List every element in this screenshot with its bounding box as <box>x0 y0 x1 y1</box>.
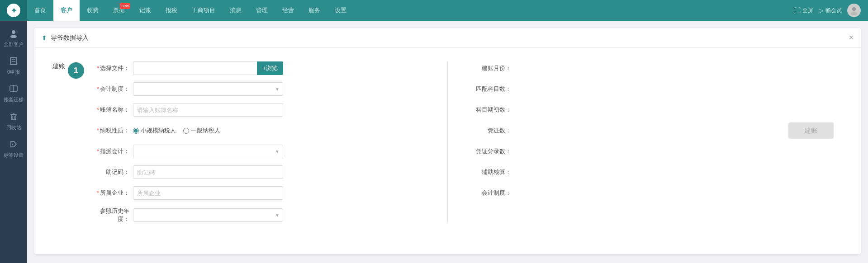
radio-small-tax[interactable]: 小规模纳税人 <box>133 127 176 135</box>
company-row: *所属企业： <box>93 186 283 200</box>
aux-accounting-label: 辅助核算： <box>470 168 511 176</box>
nav-settings[interactable]: 设置 <box>327 0 354 21</box>
sidebar-item-label: 标签设置 <box>4 152 24 158</box>
fullscreen-btn[interactable]: ⛶ 全屏 <box>794 7 813 14</box>
voucher-count-row: 凭证数： <box>470 124 779 137</box>
right-action-col: 建账 <box>779 61 843 200</box>
aux-accounting-row: 辅助核算： <box>470 165 779 179</box>
user-icon <box>9 29 18 40</box>
subject-init-row: 科目期初数： <box>470 103 779 117</box>
ledger-name-row: *账簿名称： <box>93 103 283 117</box>
required-star: * <box>97 148 99 155</box>
file-select-row: *选择文件： +浏览 <box>93 61 283 75</box>
declare-icon <box>9 56 18 68</box>
required-star: * <box>97 65 99 71</box>
avatar[interactable] <box>847 4 861 17</box>
nav-operation[interactable]: 经营 <box>275 0 301 21</box>
svg-rect-9 <box>11 115 16 120</box>
setup-month-row: 建账月份： <box>470 61 779 75</box>
form-grid: *选择文件： +浏览 *会计制度： <box>93 61 283 223</box>
form-section: 建账 1 *选择文件： +浏览 <box>52 61 425 223</box>
create-account-button[interactable]: 建账 <box>788 122 834 139</box>
close-button[interactable]: × <box>849 33 854 42</box>
accounting-system-r-row: 会计制度： <box>470 186 779 200</box>
right-top: 建账月份： 匹配科目数： 科目期初数： 凭证数： <box>470 61 843 200</box>
logo: ✦ <box>0 0 27 21</box>
svg-point-3 <box>10 35 17 38</box>
ledger-name-input[interactable] <box>133 103 283 117</box>
sidebar-item-account-migrate[interactable]: 账套迁移 <box>0 80 27 107</box>
nav-business[interactable]: 工商项目 <box>185 0 223 21</box>
sidebar-item-label: 0申报 <box>7 69 20 75</box>
main-content: ⬆ 导爷数据导入 × 建账 1 *选择文件： <box>27 21 868 263</box>
sidebar-item-trash[interactable]: 回收站 <box>0 108 27 135</box>
panel-title: 导爷数据导入 <box>51 34 89 42</box>
sidebar-item-all-customers[interactable]: 全部客户 <box>0 24 27 52</box>
nav-customer[interactable]: 客户 <box>53 0 80 21</box>
history-year-select-wrap: ▼ <box>133 208 283 222</box>
assign-accountant-select-wrap: ▼ <box>133 145 283 158</box>
radio-small-input[interactable] <box>133 128 139 134</box>
voucher-count-label: 凭证数： <box>470 127 511 135</box>
new-badge: new <box>120 3 130 9</box>
radio-general-tax[interactable]: 一般纳税人 <box>183 127 220 135</box>
memo-code-label: 助记码： <box>93 168 129 176</box>
svg-rect-4 <box>10 57 17 65</box>
svg-point-14 <box>12 144 13 145</box>
accounting-system-select[interactable] <box>133 82 283 96</box>
import-panel: ⬆ 导爷数据导入 × 建账 1 *选择文件： <box>34 28 861 254</box>
setup-label: 建账 <box>52 62 65 70</box>
nav-manage[interactable]: 管理 <box>249 0 275 21</box>
sidebar-item-tag-settings[interactable]: 标签设置 <box>0 135 27 163</box>
file-text-input[interactable] <box>133 61 257 75</box>
assign-accountant-select[interactable] <box>133 145 283 158</box>
sidebar-item-label: 账套迁移 <box>4 97 24 103</box>
nav-invoice[interactable]: 票据 new <box>106 0 132 21</box>
required-star: * <box>97 127 99 134</box>
setup-month-label: 建账月份： <box>470 64 511 72</box>
voucher-entries-label: 凭证分录数： <box>470 147 511 155</box>
tax-type-row: *纳税性质： 小规模纳税人 一般纳税人 <box>93 124 283 137</box>
company-input[interactable] <box>133 186 283 200</box>
tag-icon <box>9 140 18 151</box>
nav-tax[interactable]: 报税 <box>158 0 185 21</box>
nav-account[interactable]: 记账 <box>132 0 158 21</box>
browse-button[interactable]: +浏览 <box>257 61 283 75</box>
main-layout: 全部客户 0申报 账套迁移 回收站 标签设置 <box>0 21 868 263</box>
history-year-select[interactable] <box>133 208 283 222</box>
section-divider <box>447 61 448 223</box>
accounting-system-label: *会计制度： <box>93 85 129 93</box>
right-info-col: 建账月份： 匹配科目数： 科目期初数： 凭证数： <box>470 61 779 200</box>
right-layout: 建账月份： 匹配科目数： 科目期初数： 凭证数： <box>470 61 843 223</box>
radio-general-input[interactable] <box>183 128 189 134</box>
import-icon: ⬆ <box>42 34 47 42</box>
vip-icon: ▷ <box>819 7 824 14</box>
tax-type-radio-group: 小规模纳税人 一般纳税人 <box>133 124 220 137</box>
assign-accountant-row: *指派会计： ▼ <box>93 145 283 158</box>
svg-point-0 <box>852 7 856 11</box>
accounting-system-r-label: 会计制度： <box>470 189 511 197</box>
sidebar: 全部客户 0申报 账套迁移 回收站 标签设置 <box>0 21 27 263</box>
nav-message[interactable]: 消息 <box>223 0 249 21</box>
migrate-icon <box>9 84 18 95</box>
required-star: * <box>97 85 99 92</box>
required-star: * <box>97 189 99 196</box>
memo-code-input[interactable] <box>133 165 283 179</box>
ledger-name-label: *账簿名称： <box>93 106 129 114</box>
accounting-system-row: *会计制度： ▼ <box>93 82 283 96</box>
nav-service[interactable]: 服务 <box>301 0 327 21</box>
sidebar-item-declare[interactable]: 0申报 <box>0 52 27 80</box>
trash-icon <box>9 112 18 123</box>
required-star: * <box>97 106 99 113</box>
memo-code-row: 助记码： <box>93 165 283 179</box>
accounting-system-select-wrap: ▼ <box>133 82 283 96</box>
nav-home[interactable]: 首页 <box>27 0 53 21</box>
svg-point-2 <box>12 30 15 34</box>
vip-btn[interactable]: ▷ 畅会员 <box>819 7 842 14</box>
panel-body: 建账 1 *选择文件： +浏览 <box>34 48 861 237</box>
svg-point-1 <box>851 12 857 15</box>
nav-items: 首页 客户 收费 票据 new 记账 报税 工商项目 消息 管理 经营 服务 设… <box>27 0 794 21</box>
nav-billing[interactable]: 收费 <box>80 0 106 21</box>
sidebar-item-label: 回收站 <box>6 125 21 131</box>
tax-type-label: *纳税性质： <box>93 127 129 135</box>
